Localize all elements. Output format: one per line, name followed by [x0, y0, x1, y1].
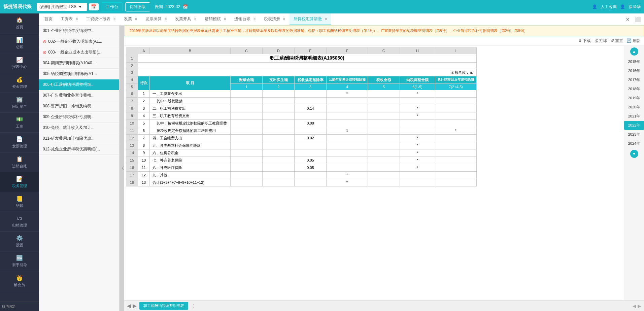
- tab-close-all-button[interactable]: ✕: [624, 16, 632, 23]
- cell-7-i[interactable]: [435, 97, 477, 105]
- company-selector[interactable]: (勿删) 江西般宝-LSS ▼: [37, 3, 87, 11]
- cell-17-g[interactable]: [368, 171, 400, 179]
- cell-18-i[interactable]: [435, 179, 477, 186]
- print-button[interactable]: 🖨 打印: [594, 38, 607, 44]
- cell-8-g[interactable]: [368, 105, 400, 112]
- cell-7-e[interactable]: [295, 97, 327, 105]
- cell-9-c[interactable]: [231, 112, 263, 119]
- tab-sales-ledger-close[interactable]: ✕: [253, 17, 256, 21]
- old-version-button[interactable]: 切到旧版: [125, 2, 150, 11]
- sidebar-item-assets[interactable]: 🏢 固定资产: [0, 93, 39, 113]
- sidebar-item-home[interactable]: 🏠 首页: [0, 13, 39, 33]
- cell-8-f[interactable]: [327, 105, 368, 112]
- year-2019[interactable]: 2019年: [624, 94, 644, 103]
- cell-15-g[interactable]: [368, 157, 400, 164]
- cell-10-c[interactable]: [231, 119, 263, 127]
- left-panel-item-010[interactable]: 010-免税、减计收入及加计...: [39, 123, 119, 133]
- year-2023[interactable]: 2023年: [624, 130, 644, 139]
- cell-12-i[interactable]: [435, 134, 477, 142]
- cell-10-h[interactable]: [400, 119, 435, 127]
- tab-salary-report[interactable]: 工资统计报表 ✕: [82, 13, 120, 25]
- left-panel-item-005[interactable]: 005-纳税调整项目明细表(A1...: [39, 69, 119, 79]
- cell-14-g[interactable]: [368, 149, 400, 157]
- cell-11-e[interactable]: [295, 127, 327, 134]
- sidebar-item-report[interactable]: 📈 报表中心: [0, 53, 39, 73]
- cell-6-i[interactable]: [435, 90, 477, 97]
- left-panel-item-012[interactable]: 012-减免企业所得税优惠明细(...: [39, 144, 119, 155]
- cell-13-e[interactable]: [295, 142, 327, 149]
- cell-8-d[interactable]: [263, 105, 295, 112]
- calendar-icon-btn[interactable]: 📅: [89, 3, 99, 10]
- cell-17-h[interactable]: [400, 171, 435, 179]
- tab-invoice-close[interactable]: ✕: [135, 17, 137, 21]
- cell-15-d[interactable]: [263, 157, 295, 164]
- cell-18-h[interactable]: [400, 179, 435, 186]
- cell-6-g[interactable]: [368, 90, 400, 97]
- cell-13-d[interactable]: [263, 142, 295, 149]
- cell-10-g[interactable]: [368, 119, 400, 127]
- sheet-scroll-left[interactable]: ◀: [127, 303, 131, 309]
- tab-income-tax[interactable]: 所得税汇算清缴 ✕: [290, 13, 331, 25]
- cell-6-d[interactable]: [263, 90, 295, 97]
- tab-income-tax-close[interactable]: ✕: [325, 17, 327, 21]
- left-panel-item-009[interactable]: 009-企业所得税弥补亏损明...: [39, 112, 119, 123]
- left-panel-item-008[interactable]: 008-资产折旧、摊销及纳税...: [39, 101, 119, 112]
- cell-15-i[interactable]: [435, 157, 477, 164]
- tab-tax-book-close[interactable]: ✕: [283, 17, 285, 21]
- tab-salary-table[interactable]: 工资表 ✕: [57, 13, 82, 25]
- collapse-panel-button[interactable]: 《: [120, 26, 124, 311]
- cell-10-f[interactable]: [327, 119, 368, 127]
- cell-18-c[interactable]: [231, 179, 263, 186]
- tab-invoice[interactable]: 发票 ✕: [120, 13, 141, 25]
- sidebar-item-finance[interactable]: 💰 资金管理: [0, 73, 39, 93]
- sidebar-item-tax[interactable]: 📝 税务管理: [0, 172, 39, 192]
- cell-17-e[interactable]: [295, 171, 327, 179]
- sidebar-item-close[interactable]: 📒 结账: [0, 192, 39, 212]
- tab-invoice-issue-close[interactable]: ✕: [194, 17, 197, 21]
- tab-salary-report-close[interactable]: ✕: [113, 17, 116, 21]
- left-panel-item-003[interactable]: ⊘ 003-一般企业成本支出明细(...: [39, 47, 119, 58]
- year-2016[interactable]: 2016年: [624, 66, 644, 75]
- sidebar-item-ledger[interactable]: 📊 总账: [0, 33, 39, 53]
- cell-11-g[interactable]: [368, 127, 400, 134]
- sidebar-item-salary[interactable]: 💵 工资: [0, 113, 39, 133]
- sidebar-item-settings[interactable]: ⚙️ 设置: [0, 232, 39, 251]
- tab-invoice-issue[interactable]: 发票开具 ✕: [171, 13, 201, 25]
- cell-14-c[interactable]: [231, 149, 263, 157]
- cell-14-f[interactable]: [327, 149, 368, 157]
- year-2024[interactable]: 2024年: [624, 139, 644, 148]
- cell-18-e[interactable]: [295, 179, 327, 186]
- cell-14-d[interactable]: [263, 149, 295, 157]
- cell-6-e[interactable]: [295, 90, 327, 97]
- cell-7-d[interactable]: [263, 97, 295, 105]
- cell-13-g[interactable]: [368, 142, 400, 149]
- cell-7-c[interactable]: [231, 97, 263, 105]
- cancel-fixed-button[interactable]: 取消固定: [0, 302, 39, 311]
- left-panel-item-004[interactable]: 004-期间费用明细表(A1040...: [39, 58, 119, 69]
- cell-12-d[interactable]: [263, 134, 295, 142]
- tab-tax-book[interactable]: 税表清册 ✕: [260, 13, 290, 25]
- cell-9-i[interactable]: [435, 112, 477, 119]
- cell-16-f[interactable]: [327, 164, 368, 171]
- cell-18-g[interactable]: [368, 179, 400, 186]
- cell-6-c[interactable]: [231, 90, 263, 97]
- cell-16-g[interactable]: [368, 164, 400, 171]
- tab-home[interactable]: 首页: [40, 13, 57, 25]
- year-2015[interactable]: 2015年: [624, 57, 644, 66]
- cell-8-i[interactable]: [435, 105, 477, 112]
- sheet-tab-salary[interactable]: 职工薪酬纳税调整明细表: [139, 302, 188, 310]
- year-2022[interactable]: 2022年: [624, 121, 644, 130]
- cell-9-f[interactable]: [327, 112, 368, 119]
- cell-12-c[interactable]: [231, 134, 263, 142]
- cell-7-g[interactable]: [368, 97, 400, 105]
- year-2017[interactable]: 2017年: [624, 75, 644, 84]
- cell-8-c[interactable]: [231, 105, 263, 112]
- cell-9-g[interactable]: [368, 112, 400, 119]
- left-panel-item-006[interactable]: 006-职工薪酬纳税调整明细...: [39, 79, 119, 90]
- tab-sales-ledger[interactable]: 进销台账 ✕: [230, 13, 260, 25]
- cell-17-d[interactable]: [263, 171, 295, 179]
- left-panel-item-011[interactable]: 011-研发费用加计扣除优惠...: [39, 133, 119, 144]
- cell-13-f[interactable]: [327, 142, 368, 149]
- cell-13-c[interactable]: [231, 142, 263, 149]
- sidebar-item-guide[interactable]: 🆕 新手引导: [0, 251, 39, 271]
